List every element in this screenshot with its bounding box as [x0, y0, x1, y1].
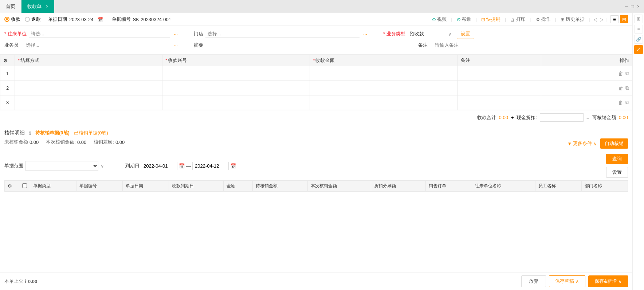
grid-view-icon[interactable]: ⊞ [620, 15, 628, 23]
diff-label: 核销差额: [94, 139, 114, 145]
bottom-table: ⚙ 单据类型 单据编号 单据日期 收款到期日 金额 待核销金额 本次核销金额 折… [4, 180, 628, 192]
abandon-btn[interactable]: 放弃 [521, 275, 546, 287]
tab-pending[interactable]: 待核销单据(0笔) [35, 130, 70, 136]
shortcut-btn[interactable]: ⊡ 快捷键 [480, 15, 502, 23]
radio-receipt[interactable]: 收款 [4, 16, 20, 23]
row-amount-2[interactable] [310, 81, 458, 95]
row-note-1[interactable] [458, 66, 541, 81]
copy-icon-3[interactable]: ⧉ [625, 99, 629, 106]
panel-expand-icon[interactable]: ⤢ [634, 45, 643, 54]
select-all-checkbox[interactable] [22, 183, 27, 188]
row-amount-3[interactable] [310, 95, 458, 110]
copy-icon-1[interactable]: ⧉ [625, 70, 629, 77]
main-table: ⚙ 结算方式 收款账号 收款金额 备注 操作 1 [0, 55, 632, 110]
calendar-from-icon[interactable]: 📅 [179, 163, 185, 169]
sep4: | [530, 17, 531, 22]
row-account-1[interactable] [162, 66, 310, 81]
calendar-to-icon[interactable]: 📅 [230, 163, 236, 169]
row-account-2[interactable] [162, 81, 310, 95]
total-label: 收款合计 [477, 114, 496, 121]
copy-icon-2[interactable]: ⧉ [625, 85, 629, 91]
operation-btn[interactable]: ⚙ 操作 [534, 15, 552, 23]
tab-done[interactable]: 已核销单据(0笔) [74, 130, 108, 136]
counterpart-more-btn[interactable]: ··· [172, 31, 179, 37]
save-arrow[interactable]: ∧ [618, 279, 622, 284]
info-circle-icon: ℹ [25, 279, 27, 284]
delete-icon-1[interactable]: 🗑 [618, 71, 623, 77]
maximize-btn[interactable]: □ [631, 4, 634, 9]
counterpart-input[interactable] [29, 30, 170, 38]
range-select[interactable] [25, 161, 98, 171]
row-settlement-1[interactable] [15, 66, 162, 81]
footer-bar: 本单上欠 ℹ 0.00 放弃 保存草稿 ∧ 保存&新增 ∧ [0, 272, 632, 290]
auto-recon-btn[interactable]: 自动核销 [600, 138, 628, 149]
panel-list-icon[interactable]: ≡ [634, 25, 643, 34]
net-label: 可核销金额 [592, 114, 616, 121]
net-value: 0.00 [619, 115, 628, 120]
plus-sign: + [511, 115, 514, 120]
date-to-input[interactable] [192, 162, 229, 170]
row-note-2[interactable] [458, 81, 541, 95]
more-conditions-btn[interactable]: ▼ 更多条件 ∧ [567, 140, 597, 147]
bth-checkbox[interactable] [19, 181, 30, 192]
bth-settings[interactable]: ⚙ [5, 181, 19, 192]
th-settings[interactable]: ⚙ [0, 55, 15, 66]
store-more-btn[interactable]: ··· [362, 31, 369, 37]
row-settlement-3[interactable] [15, 95, 162, 110]
note-input[interactable] [433, 41, 628, 49]
equals-sign: = [586, 115, 589, 120]
current-stat: 本次核销金额: 0.00 [46, 139, 86, 145]
minimize-btn[interactable]: ─ [625, 4, 628, 9]
store-input[interactable] [205, 30, 360, 38]
row-amount-1[interactable] [310, 66, 458, 81]
tab-close-icon[interactable]: × [46, 4, 48, 9]
help-btn[interactable]: ⊙ 帮助 [455, 15, 473, 23]
staff-input[interactable] [24, 41, 170, 49]
draft-btn[interactable]: 保存草稿 ∧ [549, 275, 585, 287]
bottom-table-container: ⚙ 单据类型 单据编号 单据日期 收款到期日 金额 待核销金额 本次核销金额 折… [4, 180, 628, 192]
tab-active[interactable]: 收款单 × [21, 0, 54, 13]
row-note-3[interactable] [458, 95, 541, 110]
tab-home[interactable]: 首页 [0, 0, 21, 13]
delete-icon-2[interactable]: 🗑 [618, 85, 623, 91]
save-new-btn[interactable]: 保存&新增 ∧ [588, 275, 628, 287]
recon-stats: 未核销金额 0.00 本次核销金额: 0.00 核销差额: 0.00 [4, 139, 125, 145]
discount-input[interactable] [540, 113, 584, 122]
query-btn[interactable]: 查询 [606, 154, 628, 164]
history-label: 历史单据 [566, 16, 585, 23]
business-type-arrow[interactable]: ∨ [448, 31, 452, 37]
staff-more-btn[interactable]: ··· [172, 43, 179, 48]
panel-link-icon[interactable]: 🔗 [634, 35, 643, 44]
nav-prev-icon[interactable]: ◁ [593, 17, 597, 22]
draft-arrow[interactable]: ∧ [576, 279, 579, 284]
this-order-label: 本单上欠 [4, 278, 23, 285]
history-btn[interactable]: ⊞ 历史单据 [559, 15, 586, 23]
operation-icon: ⚙ [536, 17, 540, 22]
date-from-input[interactable] [141, 162, 177, 170]
summary-row: 收款合计 0.00 + 现金折扣: = 可核销金额 0.00 [0, 110, 632, 125]
nav-next-icon[interactable]: ▷ [600, 17, 604, 22]
print-btn[interactable]: 🖨 打印 [509, 15, 527, 23]
radio-refund[interactable]: 退款 [25, 16, 41, 23]
bth-date: 单据日期 [122, 181, 169, 192]
list-view-icon[interactable]: ≡ [610, 15, 619, 23]
btable-settings-icon[interactable]: ⚙ [8, 183, 12, 189]
table-row: 3 🗑 ⧉ [0, 95, 632, 110]
number-field-group: 单据编号 SK-20230324-001 [112, 16, 172, 23]
operation-label: 操作 [541, 16, 551, 23]
staff-label: 业务员 [4, 42, 19, 48]
panel-table-icon[interactable]: ⊞ [634, 15, 643, 23]
close-btn[interactable]: × [637, 4, 640, 9]
delete-icon-3[interactable]: 🗑 [618, 100, 623, 106]
summary-field: 摘要 [194, 41, 404, 49]
row-account-3[interactable] [162, 95, 310, 110]
sep6: | [589, 17, 590, 22]
video-btn[interactable]: ⊙ 视频 [431, 15, 448, 23]
row-settlement-2[interactable] [15, 81, 162, 95]
calendar-icon[interactable]: 📅 [96, 16, 105, 23]
range-arrow[interactable]: ∨ [101, 163, 104, 169]
table-settings-icon[interactable]: ⚙ [3, 58, 8, 63]
summary-input[interactable] [208, 41, 404, 49]
settings-btn[interactable]: 设置 [457, 29, 474, 39]
recon-settings-btn[interactable]: 设置 [606, 167, 628, 178]
